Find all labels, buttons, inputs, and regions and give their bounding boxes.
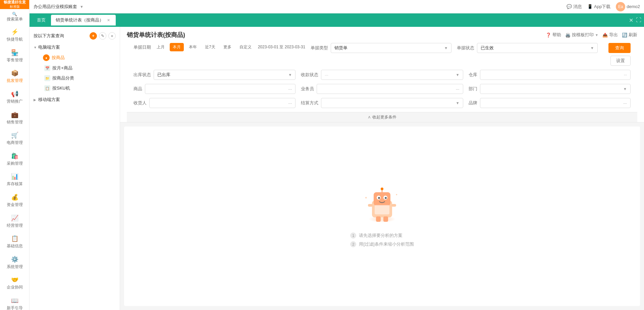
collapse-filter-btn[interactable]: ∧ 收起更多条件 [127,112,637,122]
settings-btn[interactable]: 设置 [610,56,631,66]
right-panel: 销货单统计表(按商品) ❓ 帮助 🖨️ 按模板打印 ▼ 📤 [120,27,644,310]
date-btn-more[interactable]: 更多 [220,43,234,51]
doc-status-value: 已生效 [481,45,494,51]
salesperson-dots-icon[interactable]: ··· [456,87,460,92]
salesperson-input[interactable]: ··· [317,84,463,94]
sidebar-item-marketing[interactable]: 📢 营销推广 [0,87,30,108]
sidebar-item-enterprise[interactable]: 🤝 企业协同 [0,273,30,294]
empty-illustration: ✦ ✦ [362,186,402,226]
product-input[interactable]: ··· [145,84,296,94]
collapse-panel-btn[interactable]: « [108,32,116,40]
doc-type-select[interactable]: 销货单 ▼ [331,43,451,53]
user-profile[interactable]: Ea demo2 [616,2,640,11]
print-btn[interactable]: 🖨️ 按模板打印 ▼ [565,32,598,38]
app-download-btn[interactable]: 📱 App下载 [587,4,610,10]
sku-icon: 📋 [44,85,50,91]
date-filter-label: 单据日期 [133,44,151,50]
enterprise-icon: 🤝 [11,276,18,283]
message-btn[interactable]: 💬 消息 [567,4,582,10]
svg-text:✦: ✦ [395,193,398,196]
sidebar-item-operation[interactable]: 📈 经营管理 [0,211,30,232]
wholesale-icon: 📦 [11,69,18,77]
receiver-dots-icon[interactable]: ··· [288,101,292,106]
add-scheme-btn[interactable]: + [90,32,97,40]
warehouse-dropdown-icon: ··· [624,73,627,77]
marketing-icon: 📢 [11,90,18,98]
filter-warehouse: 仓库 ··· [469,70,631,80]
page-header: 销货单统计表(按商品) ❓ 帮助 🖨️ 按模板打印 ▼ 📤 [120,27,644,122]
filter-date: 单据日期 上月 本月 本年 近7天 更多 自定义 2023-03-01 至 20… [133,43,305,51]
sidebar-item-quicknav[interactable]: ⚡ 快捷导航 [0,25,30,46]
tab-home[interactable]: 首页 [32,15,50,25]
sidebar-label-system: 系统管理 [7,264,23,270]
date-btn-custom[interactable]: 自定义 [236,43,255,51]
doc-status-select[interactable]: 已生效 ▼ [477,43,598,53]
settlement-select[interactable]: ▼ [321,98,463,108]
header-left: 办公用品行业模拟账套 ▼ [34,4,84,10]
sidebar-item-ecommerce[interactable]: 🛒 电商管理 [0,128,30,149]
message-icon: 💬 [567,4,572,9]
product-dots-icon[interactable]: ··· [288,87,292,92]
tree-item-by-product[interactable]: ● 按商品 [30,52,120,63]
sidebar-item-purchase[interactable]: 🛍️ 采购管理 [0,149,30,170]
filter-department: 部门 ▼ [469,84,631,94]
tree-item-by-month-product[interactable]: 📅 按月+商品 [30,63,120,73]
receiver-input[interactable]: ··· [149,98,296,108]
payment-status-select[interactable]: ··· ▼ [321,70,463,80]
dropdown-arrow-icon[interactable]: ▼ [80,5,84,9]
export-btn[interactable]: 📤 导出 [602,32,618,38]
sidebar-item-basic[interactable]: 📋 基础信息 [0,231,30,252]
stock-status-select[interactable]: 已出库 ▼ [154,70,296,80]
date-btn-this-year[interactable]: 本年 [186,43,200,51]
svg-rect-11 [375,205,389,214]
department-select[interactable]: ▼ [480,84,631,94]
left-panel-actions: + ✎ « [90,32,116,40]
tab-close-all-btn[interactable]: ✕ [629,17,633,23]
filter-stock-status: 出库状态 已出库 ▼ [133,70,296,80]
filter-receiver: 收货人 ··· [133,98,296,108]
avatar-text: Ea [618,4,623,9]
tab-close-icon[interactable]: ✕ [106,17,111,23]
date-btn-this-month[interactable]: 本月 [170,43,184,51]
tree-pc-section[interactable]: ▼ 电脑端方案 [30,42,120,52]
brand-input[interactable]: ··· [480,98,631,108]
sidebar-item-retail[interactable]: 🏪 零售管理 [0,46,30,66]
tree-item-by-category[interactable]: 📁 按商品分类 [30,73,120,83]
help-btn[interactable]: ❓ 帮助 [546,32,561,38]
warehouse-label: 仓库 [469,72,477,78]
edit-scheme-btn[interactable]: ✎ [99,32,106,40]
doc-status-label: 单据状态 [457,45,474,51]
active-circle-icon: ● [43,54,50,61]
svg-rect-12 [376,216,381,222]
date-btn-7days[interactable]: 近7天 [202,43,218,51]
tree-by-sku-label: 按SKU机 [52,85,70,91]
empty-state: ✦ ✦ 1 请先选择要分析的方案 2 用[过滤]条件来缩小分析范围 [124,126,640,306]
top-header: 办公用品行业模拟账套 ▼ 💬 消息 📱 App下载 Ea demo2 [30,0,644,13]
tree-mobile-section[interactable]: ▶ 移动端方案 [30,95,120,105]
sidebar-label-marketing: 营销推广 [7,99,23,104]
sidebar-item-search[interactable]: 🔍 搜索菜单 [0,9,30,25]
tab-stats[interactable]: 销货单统计表（按商品） ✕ [51,15,116,25]
warehouse-select[interactable]: ··· [480,70,631,80]
receiver-label: 收货人 [133,100,147,106]
sidebar-item-system[interactable]: ⚙️ 系统管理 [0,252,30,273]
brand-dots-icon[interactable]: ··· [623,101,627,106]
sidebar-item-finance[interactable]: 💰 资金管理 [0,190,30,211]
tree-item-by-sku[interactable]: 📋 按SKU机 [30,83,120,93]
tree-pc-label: 电脑端方案 [38,44,116,50]
tab-bar: 首页 销货单统计表（按商品） ✕ ✕ ⛶ [30,13,644,27]
product-label: 商品 [133,86,142,92]
refresh-btn[interactable]: 🔄 刷新 [622,32,637,38]
sidebar-item-wholesale[interactable]: 📦 批发管理 [0,66,30,87]
app-logo[interactable]: 畅捷通好生意 标准版 [0,0,30,9]
stock-status-dropdown-icon: ▼ [288,73,292,77]
tab-expand-btn[interactable]: ⛶ [636,17,641,23]
query-btn[interactable]: 查询 [608,43,631,53]
sidebar-label-retail: 零售管理 [7,58,23,63]
date-btn-last-month[interactable]: 上月 [154,43,168,51]
sidebar-item-inventory[interactable]: 📊 库存核算 [0,169,30,190]
page-actions: ❓ 帮助 🖨️ 按模板打印 ▼ 📤 导出 � [546,32,637,38]
filter-brand: 品牌 ··· [469,98,631,108]
sidebar-item-sales[interactable]: 💼 销售管理 [0,108,30,128]
sidebar-item-newguide[interactable]: 📖 新手引导 [0,294,30,310]
